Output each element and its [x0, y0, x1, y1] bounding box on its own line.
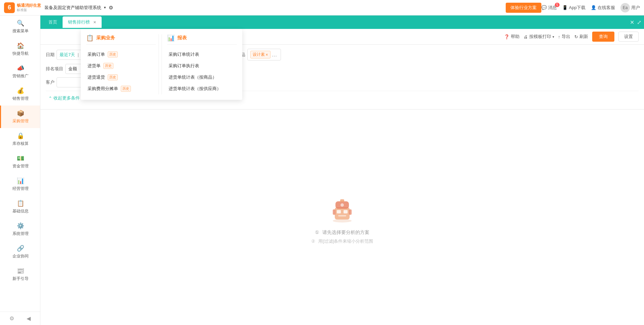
topbar-gear-icon[interactable]: ⚙ [109, 5, 113, 11]
dropdown-item-purchase-order-label: 采购订单 [87, 51, 105, 57]
dropdown-item-expense-label: 采购费用分摊单 [87, 86, 118, 92]
refresh-btn[interactable]: ↻ 刷新 [574, 34, 588, 40]
service-icon: 👤 [591, 5, 596, 10]
dropdown-item-order-exec[interactable]: 采购订单执行表 [167, 60, 237, 72]
rank-label: 排名项目 [46, 66, 63, 72]
dropdown-item-goods-return-label: 进货退货 [87, 74, 105, 80]
online-service-btn[interactable]: 👤 在线客服 [591, 5, 615, 11]
dropdown-item-goods-by-supplier[interactable]: 进货单统计表（按供应商） [167, 83, 237, 94]
sidebar-item-purchase-label: 采购管理 [12, 118, 29, 124]
svg-rect-3 [344, 210, 348, 213]
logo-icon: 6 [4, 2, 15, 13]
tab-fullscreen-icon[interactable]: ⤢ [637, 19, 641, 26]
date-quick-7[interactable]: 最近7天 [60, 52, 75, 57]
goods-input[interactable]: 设计素 × … [247, 49, 281, 60]
sidebar-item-finance-label: 资金管理 [12, 163, 29, 169]
export-btn[interactable]: ↑ 导出 [558, 34, 571, 40]
goods-tag-close-icon[interactable]: × [266, 52, 268, 57]
svg-point-0 [333, 219, 352, 222]
dropdown-item-expense[interactable]: 采购费用分摊单 历史 [86, 83, 156, 94]
empty-hint2: ② 用[过滤]条件来缩小分析范围 [311, 238, 373, 244]
tab-home[interactable]: 首页 [43, 16, 63, 28]
industry-btn[interactable]: 体验行业方案 [506, 3, 541, 13]
logo-text: 畅通消好生意 标准版 [17, 3, 41, 12]
sidebar-item-sales-label: 销售管理 [12, 96, 29, 101]
history-badge-2: 历史 [108, 74, 118, 80]
inventory-icon: 🔒 [17, 132, 24, 139]
rank-value: 金额 [68, 66, 77, 72]
sidebar-item-guide-label: 新手引导 [12, 276, 29, 282]
print-label: 按模板打印 [529, 34, 551, 40]
empty-state: ① 请先选择要分析的方案 ② 用[过滤]条件来缩小分析范围 [40, 110, 644, 325]
phone-icon: 📱 [562, 5, 568, 10]
sidebar-item-marketing[interactable]: 📣 营销推广 [0, 60, 40, 83]
message-icon: 💬 [541, 5, 547, 10]
svg-rect-9 [340, 199, 344, 202]
app-download-btn[interactable]: 📱 App下载 [562, 5, 585, 11]
sidebar-item-search[interactable]: 🔍 搜索菜单 [0, 15, 40, 38]
basic-info-icon: 📋 [17, 200, 24, 207]
sidebar-item-inventory-label: 库存核算 [12, 141, 29, 147]
user-label: 用户 [631, 5, 640, 11]
sidebar-item-enterprise-label: 企业协同 [12, 253, 29, 259]
enterprise-icon: 🔗 [17, 245, 24, 252]
user-btn[interactable]: Ea 用户 [620, 3, 640, 12]
sidebar-item-enterprise[interactable]: 🔗 企业协同 [0, 241, 40, 263]
dropdown-item-goods-return[interactable]: 进货退货 历史 [86, 72, 156, 83]
topbar-title: 装备及固定资产辅助管理系统 ▾ ⚙ [44, 5, 503, 11]
collapse-up-icon: ⌃ [48, 96, 52, 101]
dropdown-item-goods-by-supplier-label: 进货单统计表（按供应商） [169, 86, 221, 92]
sales-icon: 💰 [17, 87, 24, 94]
svg-rect-5 [333, 209, 335, 215]
dropdown-item-order-exec-label: 采购订单执行表 [169, 63, 199, 69]
empty-hint2-text: 用[过滤]条件来缩小分析范围 [318, 239, 373, 244]
tab-close-icon[interactable]: ✕ [93, 20, 96, 25]
sidebar-settings-icon[interactable]: ⚙ [9, 315, 14, 322]
content-area: 首页 销售排行榜 ✕ ✕ ⤢ ❓ 帮助 🖨 按模板打印 [40, 15, 644, 325]
sidebar-item-guide[interactable]: 📰 新手引导 [0, 263, 40, 286]
dropdown-columns: 📋 采购业务 采购订单 历史 进货单 历史 进货退货 历史 [86, 34, 237, 94]
sidebar-item-operations[interactable]: 📊 经营管理 [0, 173, 40, 196]
svg-rect-4 [338, 215, 346, 216]
sidebar-item-quick-nav-label: 快捷导航 [12, 51, 29, 56]
export-icon: ↑ [558, 34, 561, 39]
tab-home-label: 首页 [48, 19, 57, 25]
goods-dots[interactable]: … [272, 52, 277, 58]
tab-window-close-icon[interactable]: ✕ [630, 19, 634, 26]
customer-label: 客户 [46, 79, 55, 85]
tab-sales-rank[interactable]: 销售排行榜 ✕ [63, 16, 102, 28]
query-btn[interactable]: 查询 [592, 32, 614, 42]
logo: 6 畅通消好生意 标准版 [4, 2, 44, 13]
dropdown-item-goods-by-product[interactable]: 进货单统计表（按商品） [167, 72, 237, 83]
tab-sales-rank-label: 销售排行榜 [68, 19, 90, 25]
sidebar-item-inventory[interactable]: 🔒 库存核算 [0, 128, 40, 151]
dropdown-item-order-stats-label: 采购订单统计表 [169, 51, 199, 57]
dropdown-item-goods-receipt[interactable]: 进货单 历史 [86, 60, 156, 72]
print-btn[interactable]: 🖨 按模板打印 ▾ [524, 34, 554, 40]
svg-rect-6 [349, 209, 352, 215]
sidebar-item-finance[interactable]: 💵 资金管理 [0, 151, 40, 173]
refresh-icon: ↻ [574, 34, 578, 39]
sidebar-item-quick-nav[interactable]: 🏠 快捷导航 [0, 38, 40, 60]
dropdown-report-col: 📊 报表 采购订单统计表 采购订单执行表 进货单统计表（按商品） 进货单统计表（… [162, 34, 237, 94]
tab-bar: 首页 销售排行榜 ✕ ✕ ⤢ [40, 15, 644, 29]
sidebar-item-sales[interactable]: 💰 销售管理 [0, 83, 40, 106]
sidebar-item-system[interactable]: ⚙️ 系统管理 [0, 218, 40, 241]
empty-illustration [325, 191, 359, 224]
dropdown-item-purchase-order[interactable]: 采购订单 历史 [86, 49, 156, 60]
help-btn[interactable]: ❓ 帮助 [504, 34, 520, 40]
goods-tag: 设计素 × [250, 51, 271, 58]
history-badge-1: 历史 [103, 63, 113, 69]
sidebar-collapse-icon[interactable]: ◀ [27, 315, 31, 322]
dropdown-divider [158, 34, 159, 94]
main-layout: 🔍 搜索菜单 🏠 快捷导航 📣 营销推广 💰 销售管理 📦 采购管理 🔒 库存核… [0, 15, 644, 325]
sidebar-bottom: ⚙ ◀ [0, 312, 40, 325]
message-btn[interactable]: 💬 消息 5 [541, 5, 557, 11]
dropdown-purchase-header: 📋 采购业务 [86, 34, 156, 45]
settings-btn[interactable]: 设置 [618, 32, 639, 42]
sidebar-item-basic-info[interactable]: 📋 基础信息 [0, 196, 40, 218]
dropdown-purchase-header-label: 采购业务 [96, 35, 115, 41]
dropdown-item-order-stats[interactable]: 采购订单统计表 [167, 49, 237, 60]
sidebar-item-purchase[interactable]: 📦 采购管理 [0, 106, 40, 128]
marketing-icon: 📣 [17, 65, 24, 72]
